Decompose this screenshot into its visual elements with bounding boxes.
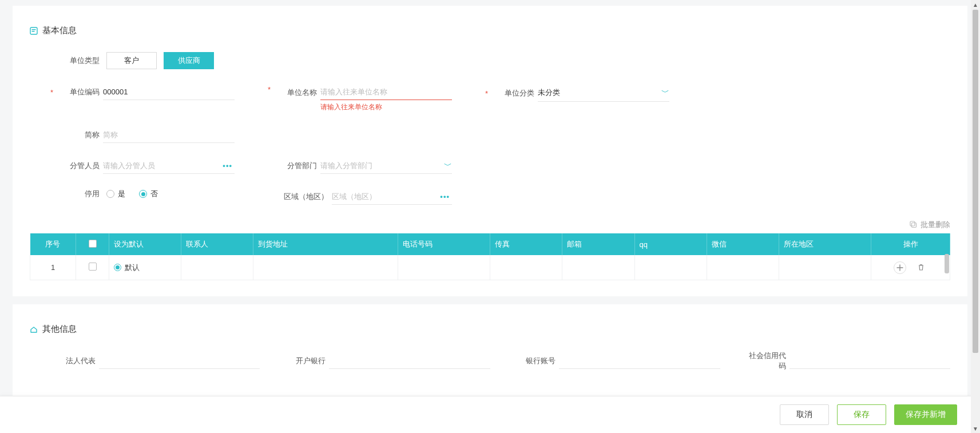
label-unit-type: 单位类型	[57, 55, 103, 66]
section-basic-header: 基本信息	[30, 25, 950, 36]
row-default-radio[interactable]: 默认	[114, 263, 140, 273]
manager-input[interactable]	[103, 158, 220, 173]
col-qq: qq	[634, 233, 707, 255]
chevron-down-icon: ﹀	[661, 88, 669, 98]
scroll-down-icon[interactable]: ▼	[971, 424, 980, 433]
credit-code-input[interactable]	[789, 353, 951, 369]
label-unit-category: 单位分类	[492, 88, 538, 98]
unit-name-error: 请输入往来单位名称	[320, 102, 452, 112]
svg-rect-2	[32, 31, 35, 32]
manager-select[interactable]: •••	[103, 158, 235, 174]
cell-contact[interactable]	[181, 255, 253, 280]
col-default: 设为默认	[109, 233, 181, 255]
col-contact: 联系人	[181, 233, 253, 255]
disabled-no-radio[interactable]: 否	[139, 189, 158, 199]
label-bank-account: 银行账号	[518, 356, 560, 366]
label-legal-rep: 法人代表	[57, 356, 99, 366]
cell-fax[interactable]	[490, 255, 562, 280]
other-info-card: 其他信息 法人代表 开户银行 银行账号 社会信用代码	[13, 304, 967, 399]
contacts-table: 序号 设为默认 联系人 到货地址 电话号码 传真 邮箱 qq 微信 所在地区 操…	[30, 233, 950, 280]
unit-category-select[interactable]: 未分类 ﹀	[538, 84, 669, 102]
batch-delete-button[interactable]: 批量删除	[30, 220, 950, 230]
scroll-up-icon[interactable]: ▲	[971, 0, 980, 9]
disabled-yes-radio[interactable]: 是	[106, 189, 125, 199]
section-other-title: 其他信息	[42, 324, 77, 335]
col-email: 邮箱	[562, 233, 634, 255]
cell-qq[interactable]	[634, 255, 707, 280]
cell-email[interactable]	[562, 255, 634, 280]
short-name-input[interactable]	[103, 127, 235, 143]
form-icon	[30, 27, 38, 35]
bank-name-input[interactable]	[329, 353, 490, 369]
label-disabled: 停用	[57, 189, 103, 199]
col-fax: 传真	[490, 233, 562, 255]
label-department: 分管部门	[275, 161, 320, 171]
header-checkbox[interactable]	[89, 240, 97, 248]
svg-rect-3	[910, 221, 915, 226]
label-unit-code: 单位编码	[57, 87, 103, 97]
label-bank-name: 开户银行	[287, 356, 329, 366]
col-address: 到货地址	[253, 233, 398, 255]
cancel-button[interactable]: 取消	[780, 404, 829, 425]
col-wechat: 微信	[707, 233, 779, 255]
col-phone: 电话号码	[398, 233, 490, 255]
cell-area[interactable]	[779, 255, 871, 280]
region-select[interactable]: •••	[332, 189, 452, 205]
unit-code-input[interactable]	[103, 84, 235, 100]
more-icon[interactable]: •••	[220, 161, 235, 170]
col-index: 序号	[30, 233, 76, 255]
col-check	[76, 233, 109, 255]
delete-row-button[interactable]	[915, 261, 927, 273]
save-and-new-button[interactable]: 保存并新增	[894, 404, 957, 425]
bank-account-input[interactable]	[559, 353, 720, 369]
label-manager: 分管人员	[57, 161, 103, 171]
table-row: 1 默认	[30, 255, 950, 280]
department-select[interactable]: ﹀	[320, 158, 452, 174]
section-other-header: 其他信息	[30, 324, 950, 335]
section-basic-title: 基本信息	[42, 25, 77, 36]
footer-actions: 取消 保存 保存并新增	[0, 396, 971, 433]
unit-type-supplier[interactable]: 供应商	[164, 52, 214, 69]
table-header-row: 序号 设为默认 联系人 到货地址 电话号码 传真 邮箱 qq 微信 所在地区 操…	[30, 233, 950, 255]
basic-info-card: 基本信息 单位类型 客户 供应商	[13, 6, 967, 296]
more-icon[interactable]: •••	[438, 192, 452, 201]
table-scrollbar[interactable]	[945, 254, 949, 273]
add-row-button[interactable]	[894, 261, 906, 274]
unit-type-customer[interactable]: 客户	[106, 52, 157, 69]
svg-rect-4	[912, 223, 916, 227]
cell-wechat[interactable]	[707, 255, 779, 280]
svg-rect-1	[32, 29, 36, 30]
label-unit-name: 单位名称	[275, 84, 320, 98]
chevron-down-icon: ﹀	[444, 161, 452, 171]
row-checkbox[interactable]	[89, 263, 97, 271]
department-input[interactable]	[320, 158, 442, 173]
col-actions: 操作	[871, 233, 950, 255]
label-credit-code: 社会信用代码	[748, 351, 789, 371]
cell-phone[interactable]	[398, 255, 490, 280]
label-short-name: 简称	[57, 130, 103, 140]
label-region: 区域（地区）	[275, 192, 332, 202]
legal-rep-input[interactable]	[99, 353, 260, 369]
page-scrollbar[interactable]: ▲ ▼	[971, 0, 980, 433]
unit-name-input[interactable]	[320, 84, 452, 100]
scroll-thumb[interactable]	[973, 10, 978, 353]
save-button[interactable]: 保存	[837, 404, 886, 425]
col-area: 所在地区	[779, 233, 871, 255]
home-icon	[30, 325, 38, 333]
cell-address[interactable]	[253, 255, 398, 280]
cell-index: 1	[30, 255, 76, 280]
region-input[interactable]	[332, 189, 438, 204]
copy-icon	[909, 220, 917, 230]
